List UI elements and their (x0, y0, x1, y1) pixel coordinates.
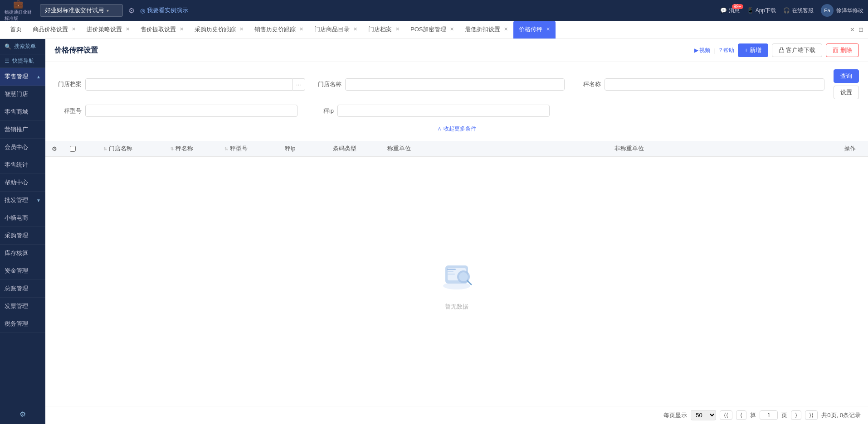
tab-price-scale[interactable]: 价格传秤 ✕ (513, 21, 556, 39)
scale-ip-input[interactable] (337, 105, 550, 117)
delete-button[interactable]: 面 删除 (826, 43, 859, 57)
store-name-field: 门店名称 (314, 78, 565, 91)
sidebar-item-retail-mall[interactable]: 零售商城 (0, 103, 45, 121)
close-icon[interactable]: ✕ (546, 26, 550, 32)
notifications-btn[interactable]: 💬 消息 99+ (720, 7, 740, 14)
total-label: 共0页, 0条记录 (821, 411, 861, 419)
first-page-btn[interactable]: ⟨⟨ (720, 410, 732, 420)
top-bar: 💼 畅捷通好业财 标准版 好业财标准版交付试用 ▾ ⚙ ◎ 我要看实例演示 💬 … (0, 0, 868, 21)
th-settings[interactable]: ⚙ (45, 145, 63, 152)
sidebar-search[interactable]: 🔍 搜索菜单 (0, 39, 45, 54)
help-icon: ? (719, 47, 722, 53)
th-operations: 操作 (832, 145, 868, 153)
sort-icon[interactable]: ⇅ (170, 146, 174, 151)
store-archive-input[interactable] (85, 78, 293, 91)
close-icon[interactable]: ✕ (72, 26, 76, 32)
sidebar-quick-nav[interactable]: ☰ 快捷导航 (0, 54, 45, 68)
add-button[interactable]: + 新增 (738, 43, 768, 57)
scale-model-label: 秤型号 (54, 107, 82, 115)
tab-goods-price[interactable]: 商品价格设置 ✕ (27, 21, 81, 39)
svg-rect-7 (447, 271, 454, 272)
close-icon[interactable]: ✕ (504, 26, 508, 32)
video-link[interactable]: ▶ 视频 (694, 47, 710, 54)
online-service-btn[interactable]: 🎧 在线客服 (783, 7, 814, 14)
sidebar-item-retail-mgmt[interactable]: 零售管理 ▲ (0, 68, 45, 86)
user-area[interactable]: Ea 徐泽华修改 (821, 4, 863, 17)
sort-icon[interactable]: ⇅ (224, 146, 228, 151)
sidebar-item-ecommerce[interactable]: 小畅电商 (0, 209, 45, 227)
nav-icon: ☰ (5, 58, 10, 64)
store-name-input[interactable] (345, 78, 565, 91)
sidebar-item-wholesale[interactable]: 批发管理 ▼ (0, 192, 45, 209)
sidebar-item-purchase[interactable]: 采购管理 (0, 227, 45, 245)
username: 徐泽华修改 (836, 7, 863, 14)
close-icon[interactable]: ✕ (353, 26, 357, 32)
close-icon[interactable]: ✕ (299, 26, 303, 32)
tab-home[interactable]: 首页 (5, 21, 27, 39)
play-icon: ▶ (694, 47, 698, 53)
page-header: 价格传秤设置 ▶ 视频 | ? 帮助 + 新增 凸 客户端下载 面 (45, 39, 868, 62)
th-store-name: ⇅ 门店名称 (82, 145, 154, 153)
store-archive-input-wrap: ··· (85, 78, 305, 91)
selector-settings-icon[interactable]: ⚙ (127, 5, 137, 17)
sidebar-item-member[interactable]: 会员中心 (0, 139, 45, 156)
tab-price-extract[interactable]: 售价提取设置 ✕ (135, 21, 189, 39)
setup-button[interactable]: 设置 (834, 86, 859, 99)
sidebar-item-tax[interactable]: 税务管理 (0, 315, 45, 333)
store-archive-dots-btn[interactable]: ··· (293, 78, 305, 91)
last-page-btn[interactable]: ⟩⟩ (805, 410, 818, 420)
th-checkbox[interactable] (63, 146, 82, 152)
sidebar-item-marketing[interactable]: 营销推广 (0, 121, 45, 139)
scale-ip-field: 秤ip (307, 105, 550, 117)
app-download-btn[interactable]: 📱 App下载 (747, 7, 776, 14)
prev-page-btn[interactable]: ⟨ (736, 410, 746, 420)
tab-bar: 首页 商品价格设置 ✕ 进价策略设置 ✕ 售价提取设置 ✕ 采购历史价跟踪 ✕ … (0, 21, 868, 39)
th-barcode-type: 条码类型 (317, 145, 372, 153)
close-window-icon[interactable]: ✕ (850, 26, 855, 33)
per-page-select[interactable]: 50 10 20 100 (691, 410, 716, 420)
content-area: 价格传秤设置 ▶ 视频 | ? 帮助 + 新增 凸 客户端下载 面 (45, 39, 868, 424)
sidebar-item-retail-stats[interactable]: 零售统计 (0, 156, 45, 174)
th-non-weight-unit: 非称重单位 (426, 145, 832, 153)
close-icon[interactable]: ✕ (395, 26, 400, 32)
sort-icon[interactable]: ⇅ (103, 146, 107, 151)
sidebar-item-finance[interactable]: 资金管理 (0, 262, 45, 280)
version-selector[interactable]: 好业财标准版交付试用 ▾ (40, 4, 123, 17)
tab-pos-security[interactable]: POS加密管理 ✕ (405, 21, 459, 39)
sidebar-item-smart-store[interactable]: 智慧门店 (0, 86, 45, 103)
next-page-btn[interactable]: ⟩ (791, 410, 801, 420)
download-client-button[interactable]: 凸 客户端下载 (772, 43, 823, 57)
scale-ip-label: 秤ip (307, 107, 334, 115)
close-icon[interactable]: ✕ (180, 26, 184, 32)
sidebar-item-ledger[interactable]: 总账管理 (0, 280, 45, 298)
tab-purchase-strategy[interactable]: 进价策略设置 ✕ (81, 21, 135, 39)
tab-sales-history[interactable]: 销售历史价跟踪 ✕ (249, 21, 309, 39)
sidebar-item-inventory[interactable]: 库存核算 (0, 245, 45, 262)
tab-purchase-history[interactable]: 采购历史价跟踪 ✕ (189, 21, 249, 39)
collapse-bar[interactable]: ∧ 收起更多条件 (54, 122, 859, 137)
help-link[interactable]: ? 帮助 (719, 47, 734, 54)
search-icon: 🔍 (5, 43, 11, 50)
sidebar-item-invoice[interactable]: 发票管理 (0, 298, 45, 315)
tab-min-discount[interactable]: 最低折扣设置 ✕ (459, 21, 513, 39)
tab-store-archive[interactable]: 门店档案 ✕ (363, 21, 405, 39)
scale-model-input[interactable] (85, 105, 297, 117)
tab-store-catalog[interactable]: 门店商品目录 ✕ (309, 21, 363, 39)
search-row-2: 秤型号 秤ip (54, 105, 859, 117)
scale-model-field: 秤型号 (54, 105, 297, 117)
top-bar-right: 💬 消息 99+ 📱 App下载 🎧 在线客服 Ea 徐泽华修改 (720, 4, 863, 17)
scale-name-input[interactable] (605, 78, 824, 91)
sidebar-settings-btn[interactable]: ⚙ (0, 405, 45, 424)
th-scale-name: ⇅ 秤名称 (154, 145, 209, 153)
page-unit-label: 页 (781, 411, 787, 419)
close-icon[interactable]: ✕ (239, 26, 244, 32)
sidebar-item-help[interactable]: 帮助中心 (0, 174, 45, 192)
demo-link[interactable]: ◎ 我要看实例演示 (140, 6, 188, 14)
close-icon[interactable]: ✕ (126, 26, 130, 32)
close-icon[interactable]: ✕ (450, 26, 454, 32)
page-number-input[interactable] (760, 410, 778, 420)
expand-window-icon[interactable]: ⊡ (858, 26, 863, 33)
query-button[interactable]: 查询 (834, 69, 859, 83)
logo-icon: 💼 (13, 0, 23, 9)
select-all-checkbox[interactable] (70, 146, 76, 152)
